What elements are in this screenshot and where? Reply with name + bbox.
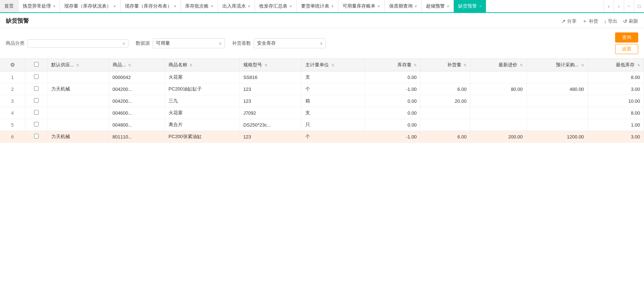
header-actions: ↗ 分享 ＋ 补货 ↓ 导出 ↺ 刷新 bbox=[561, 18, 638, 25]
category-filter-group: 商品分类 ∨ bbox=[6, 39, 129, 48]
table-row[interactable]: 3 004200... 三九 123 箱 0.00 20.00 10.00 bbox=[0, 95, 644, 107]
cell-checkbox[interactable] bbox=[25, 83, 47, 95]
replenish-button[interactable]: ＋ 补货 bbox=[582, 18, 598, 25]
category-select[interactable]: ∨ bbox=[27, 39, 129, 48]
datasource-arrow-icon: ∨ bbox=[219, 41, 222, 46]
datasource-filter-group: 数据源 可用量 ∨ bbox=[136, 38, 225, 48]
cell-checkbox[interactable] bbox=[25, 131, 47, 143]
replenish-base-select[interactable]: 安全库存 ∨ bbox=[254, 38, 326, 48]
th-stock[interactable]: 库存量 ⇅ bbox=[365, 59, 421, 71]
category-arrow-icon: ∨ bbox=[122, 41, 125, 46]
page-content: 缺货预警 ↗ 分享 ＋ 补货 ↓ 导出 ↺ 刷新 bbox=[0, 13, 644, 143]
tab-summary[interactable]: 收发存汇总表 × bbox=[255, 0, 296, 12]
cell-checkbox[interactable] bbox=[25, 95, 47, 107]
cell-supplier bbox=[47, 71, 109, 83]
tab-overstock[interactable]: 超储预警 × bbox=[422, 0, 454, 12]
table-row[interactable]: 6 力天机械 801110... PC200张紧油缸 123 个 -1.00 6… bbox=[0, 131, 644, 143]
select-all-checkbox[interactable] bbox=[34, 62, 39, 67]
tab-inventory-dist[interactable]: 现存量（库存分布表） × bbox=[121, 0, 181, 12]
tab-close-11[interactable]: × bbox=[479, 4, 481, 8]
tab-close-8[interactable]: × bbox=[378, 4, 380, 8]
tab-close-4[interactable]: × bbox=[211, 4, 213, 8]
cell-index: 1 bbox=[0, 71, 25, 83]
th-unit[interactable]: 主计量单位 ⇅ bbox=[302, 59, 365, 71]
th-latest-price[interactable]: 最新进价 ⇅ bbox=[470, 59, 526, 71]
share-icon: ↗ bbox=[561, 18, 566, 24]
datasource-select[interactable]: 可用量 ∨ bbox=[153, 38, 225, 48]
settings-button[interactable]: 设置 bbox=[615, 44, 638, 54]
tab-shortage[interactable]: 缺货预警 × bbox=[454, 0, 486, 12]
cell-supplier bbox=[47, 107, 109, 119]
th-min-stock[interactable]: 最低库存 ⇅ bbox=[588, 59, 644, 71]
filter-row: 商品分类 ∨ 数据源 可用量 ∨ 补货基数 安全库存 ∨ bbox=[0, 28, 644, 59]
cell-latest-price: 200.00 bbox=[470, 131, 526, 143]
th-replenish[interactable]: 补货量 ⇅ bbox=[421, 59, 470, 71]
cell-code: 004200... bbox=[109, 83, 165, 95]
th-supplier[interactable]: 默认供应... ⇅ bbox=[47, 59, 109, 71]
tab-close-1[interactable]: × bbox=[53, 4, 55, 8]
tab-requisition[interactable]: 要货单统计表 × bbox=[297, 0, 338, 12]
tab-batch-account[interactable]: 库存批次账 × bbox=[181, 0, 218, 12]
cell-min-stock: 3.00 bbox=[588, 131, 644, 143]
tab-inventory-status[interactable]: 现存量（库存状况表） × bbox=[60, 0, 120, 12]
sort-name-icon: ⇅ bbox=[190, 63, 192, 67]
row-checkbox[interactable] bbox=[34, 134, 39, 138]
row-checkbox[interactable] bbox=[34, 110, 39, 115]
category-label: 商品分类 bbox=[6, 40, 25, 47]
tab-close-6[interactable]: × bbox=[290, 4, 292, 8]
tab-maximize[interactable]: □ bbox=[634, 0, 644, 13]
cell-checkbox[interactable] bbox=[25, 71, 47, 83]
cell-stock: -1.00 bbox=[365, 83, 421, 95]
cell-index: 6 bbox=[0, 131, 25, 143]
tab-close-9[interactable]: × bbox=[415, 4, 417, 8]
cell-checkbox[interactable] bbox=[25, 119, 47, 131]
th-spec[interactable]: 规格型号 ⇅ bbox=[239, 59, 302, 71]
tab-available-ledger[interactable]: 可用量库存账本 × bbox=[338, 0, 384, 12]
row-checkbox[interactable] bbox=[34, 122, 39, 127]
cell-replenish bbox=[421, 71, 470, 83]
cell-replenish: 20.00 bbox=[421, 95, 470, 107]
tab-picking-exception[interactable]: 拣货异常处理 × bbox=[18, 0, 60, 12]
table-row[interactable]: 2 力天机械 004200... PC200油缸缸子 123 个 -1.00 6… bbox=[0, 83, 644, 95]
tab-scroll-right[interactable]: › bbox=[614, 0, 624, 13]
cell-estimated-purchase bbox=[526, 119, 588, 131]
th-name[interactable]: 商品名称 ⇅ bbox=[165, 59, 239, 71]
tab-close-10[interactable]: × bbox=[447, 4, 449, 8]
tab-expiry[interactable]: 保质期查询 × bbox=[385, 0, 422, 12]
row-checkbox[interactable] bbox=[34, 98, 39, 103]
cell-min-stock: 1.00 bbox=[588, 119, 644, 131]
cell-unit: 箱 bbox=[302, 95, 365, 107]
cell-checkbox[interactable] bbox=[25, 107, 47, 119]
th-settings[interactable]: ⚙ bbox=[0, 59, 25, 71]
th-checkbox[interactable] bbox=[25, 59, 47, 71]
table-row[interactable]: 5 004800... 离合片 DS250*23c... 只 0.00 1.00 bbox=[0, 119, 644, 131]
tab-close-2[interactable]: × bbox=[113, 4, 116, 8]
replenish-base-arrow-icon: ∨ bbox=[320, 41, 323, 46]
tab-minimize[interactable]: － bbox=[624, 0, 634, 13]
tab-close-5[interactable]: × bbox=[248, 4, 250, 8]
table-row[interactable]: 4 004600... 火花塞 J7092 支 0.00 8.00 bbox=[0, 107, 644, 119]
th-code[interactable]: 商品... ⇅ bbox=[109, 59, 165, 71]
cell-name: 火花塞 bbox=[165, 107, 239, 119]
cell-latest-price bbox=[470, 71, 526, 83]
th-estimated-purchase[interactable]: 预计采购... ⇅ bbox=[526, 59, 588, 71]
cell-unit: 个 bbox=[302, 83, 365, 95]
table-row[interactable]: 1 0000042 火花塞 SS816 支 0.00 8.00 bbox=[0, 71, 644, 83]
row-checkbox[interactable] bbox=[34, 86, 39, 91]
tab-close-7[interactable]: × bbox=[331, 4, 334, 8]
row-checkbox[interactable] bbox=[34, 74, 39, 79]
tab-bar: 首页 拣货异常处理 × 现存量（库存状况表） × 现存量（库存分布表） × 库存… bbox=[0, 0, 644, 13]
query-button[interactable]: 查询 bbox=[615, 32, 638, 43]
export-button[interactable]: ↓ 导出 bbox=[604, 18, 617, 25]
share-button[interactable]: ↗ 分享 bbox=[561, 18, 576, 25]
cell-stock: 0.00 bbox=[365, 107, 421, 119]
sort-replenish-icon: ⇅ bbox=[464, 63, 466, 67]
tab-inout-flow[interactable]: 出入库流水 × bbox=[218, 0, 255, 12]
cell-estimated-purchase: 1200.00 bbox=[526, 131, 588, 143]
tab-nav-buttons: ‹ › － □ bbox=[604, 0, 644, 13]
refresh-button[interactable]: ↺ 刷新 bbox=[623, 18, 638, 25]
tab-home[interactable]: 首页 bbox=[0, 0, 18, 12]
tab-scroll-left[interactable]: ‹ bbox=[604, 0, 614, 13]
tab-close-3[interactable]: × bbox=[174, 4, 176, 8]
gear-icon[interactable]: ⚙ bbox=[10, 62, 15, 68]
